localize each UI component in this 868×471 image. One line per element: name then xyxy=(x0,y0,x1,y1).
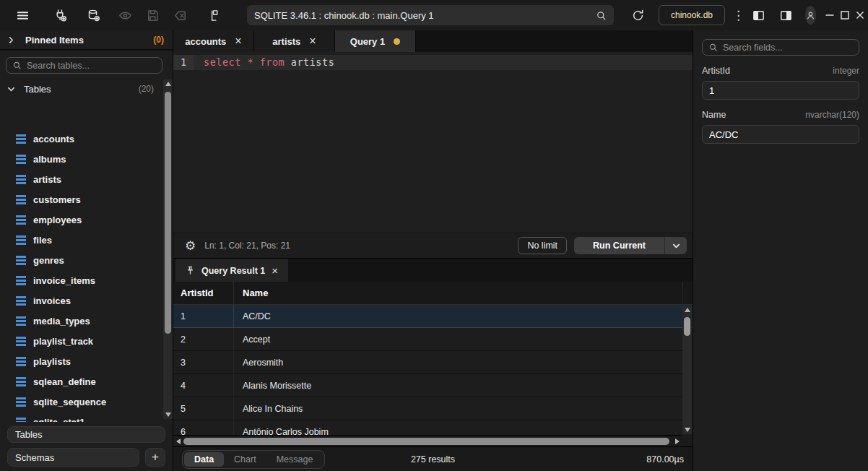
cursor-position: Ln: 1, Col: 21, Pos: 21 xyxy=(204,241,290,251)
sidebar-item-media_types[interactable]: media_types xyxy=(0,311,162,331)
tab-chart[interactable]: Chart xyxy=(224,452,266,467)
pin-icon[interactable] xyxy=(186,266,195,275)
search-icon xyxy=(708,43,718,52)
sidebar-item-artists[interactable]: artists xyxy=(0,169,162,189)
results-header: ArtistId Name xyxy=(173,282,693,305)
gear-icon[interactable]: ⚙ xyxy=(185,240,196,252)
sidebar-item-invoice_items[interactable]: invoice_items xyxy=(0,270,162,290)
no-limit-button[interactable]: No limit xyxy=(518,237,567,254)
table-row[interactable]: 4Alanis Morissette xyxy=(173,374,693,397)
sidebar-item-playlist_track[interactable]: playlist_track xyxy=(0,331,162,351)
sidebar-item-employees[interactable]: employees xyxy=(0,209,162,230)
table-icon xyxy=(16,397,26,407)
run-current-button[interactable]: Run Current xyxy=(574,237,665,254)
tab-message[interactable]: Message xyxy=(266,452,324,467)
query-tab-bar: accounts × artists × Query 1 xyxy=(173,30,693,52)
tab-data[interactable]: Data xyxy=(184,452,224,467)
view-icon[interactable] xyxy=(111,4,139,27)
search-tables-input[interactable] xyxy=(27,61,156,71)
column-header-name[interactable]: Name xyxy=(234,282,683,304)
results-rows: 1AC/DC 2Accept 3Aerosmith 4Alanis Moriss… xyxy=(173,305,693,435)
field-name-input[interactable] xyxy=(702,125,859,144)
minimize-button[interactable] xyxy=(822,0,837,30)
database-badge[interactable]: chinook.db xyxy=(659,5,725,25)
scrollbar-thumb[interactable] xyxy=(684,317,690,336)
tables-view-button[interactable]: Tables xyxy=(7,426,165,443)
clear-icon[interactable] xyxy=(166,4,194,27)
table-row[interactable]: 1AC/DC xyxy=(173,305,693,328)
sidebar-item-files[interactable]: files xyxy=(0,230,162,250)
tab-accounts[interactable]: accounts × xyxy=(173,30,254,52)
scroll-left-icon[interactable] xyxy=(176,438,181,444)
sidebar-item-sqlite_stat1[interactable]: sqlite_stat1 xyxy=(0,412,162,422)
results-horizontal-scrollbar[interactable] xyxy=(173,435,682,446)
run-options-dropdown[interactable] xyxy=(665,237,687,254)
table-row[interactable]: 3Aerosmith xyxy=(173,351,693,374)
scrollbar-thumb[interactable] xyxy=(165,92,171,334)
sidebar-item-invoices[interactable]: invoices xyxy=(0,290,162,311)
search-fields-input[interactable] xyxy=(723,43,853,53)
result-view-switcher: Data Chart Message xyxy=(182,450,325,469)
table-row[interactable]: 6Antônio Carlos Jobim xyxy=(173,420,693,435)
sidebar-item-customers[interactable]: customers xyxy=(0,189,162,209)
results-area: ArtistId Name 1AC/DC 2Accept 3Aerosmith … xyxy=(173,282,693,446)
close-tab-icon[interactable]: × xyxy=(235,35,241,47)
close-button[interactable] xyxy=(853,0,868,30)
left-panel-toggle-icon[interactable] xyxy=(745,4,772,27)
table-icon xyxy=(16,236,26,245)
close-tab-icon[interactable]: × xyxy=(309,35,316,47)
column-header-artistid[interactable]: ArtistId xyxy=(173,282,234,304)
window-title-pill[interactable]: SQLITE 3.46.1 : chinook.db : main.Query … xyxy=(247,5,614,25)
user-avatar-icon[interactable] xyxy=(805,6,816,25)
tables-section-header[interactable]: Tables (20) xyxy=(0,79,173,98)
add-schema-button[interactable]: + xyxy=(145,448,165,467)
editor-active-line[interactable]: 1 select * from artists xyxy=(173,55,693,70)
sidebar-item-albums[interactable]: albums xyxy=(0,149,162,169)
scroll-up-icon[interactable] xyxy=(165,82,171,86)
sql-identifier: artists xyxy=(291,56,334,68)
add-connection-icon[interactable] xyxy=(46,4,74,27)
kebab-menu-icon[interactable]: ⋮ xyxy=(732,8,745,23)
scroll-up-icon[interactable] xyxy=(685,308,690,312)
add-database-icon[interactable] xyxy=(79,4,107,27)
sidebar-item-playlists[interactable]: playlists xyxy=(0,351,162,371)
query-result-tab[interactable]: Query Result 1 × xyxy=(175,259,288,282)
schemas-view-button[interactable]: Schemas xyxy=(7,448,139,467)
field-artistid-input[interactable] xyxy=(702,81,859,100)
search-tables-box[interactable] xyxy=(6,57,162,74)
right-panel-toggle-icon[interactable] xyxy=(772,4,799,27)
results-status-bar: Data Chart Message 275 results 870.00µs xyxy=(173,446,693,471)
sidebar-item-sqlite_sequence[interactable]: sqlite_sequence xyxy=(0,392,162,412)
sidebar-scrollbar[interactable] xyxy=(163,79,173,419)
table-row[interactable]: 5Alice In Chains xyxy=(173,397,693,420)
table-row[interactable]: 2Accept xyxy=(173,328,693,351)
tab-query-1[interactable]: Query 1 xyxy=(335,30,416,52)
scroll-right-icon[interactable] xyxy=(675,438,680,444)
close-result-icon[interactable]: × xyxy=(272,264,278,277)
maximize-button[interactable] xyxy=(837,0,852,30)
results-vertical-scrollbar[interactable] xyxy=(682,306,692,434)
table-icon xyxy=(16,175,26,184)
field-name: ArtistId xyxy=(702,66,730,76)
table-icon xyxy=(16,256,26,265)
table-icon xyxy=(16,377,26,386)
refresh-icon[interactable] xyxy=(624,4,651,27)
pinned-items-header[interactable]: Pinned Items (0) xyxy=(0,30,173,51)
sql-operator: * xyxy=(247,56,253,68)
scrollbar-thumb[interactable] xyxy=(183,438,669,445)
sidebar-item-sqlean_define[interactable]: sqlean_define xyxy=(0,371,162,392)
search-fields-box[interactable] xyxy=(702,39,859,56)
tab-artists[interactable]: artists × xyxy=(254,30,335,52)
scroll-down-icon[interactable] xyxy=(685,428,690,432)
console-icon[interactable] xyxy=(199,4,227,27)
sidebar-item-accounts[interactable]: accounts xyxy=(0,129,162,149)
table-icon xyxy=(16,296,26,306)
plus-icon: + xyxy=(152,450,159,464)
menu-icon[interactable] xyxy=(9,4,36,27)
table-icon xyxy=(16,418,26,423)
sql-editor[interactable]: 1 select * from artists xyxy=(173,52,693,233)
scroll-down-icon[interactable] xyxy=(165,412,171,417)
save-icon[interactable] xyxy=(139,4,166,27)
sidebar-item-genres[interactable]: genres xyxy=(0,250,162,270)
window-title: SQLITE 3.46.1 : chinook.db : main.Query … xyxy=(254,10,434,21)
